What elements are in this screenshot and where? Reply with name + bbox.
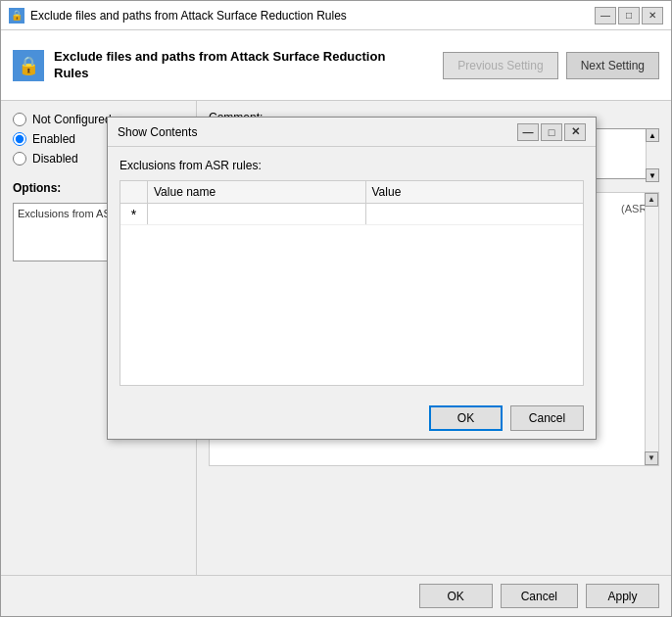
title-bar: 🔒 Exclude files and paths from Attack Su… [1, 1, 671, 30]
td-name[interactable] [148, 204, 366, 224]
apply-button[interactable]: Apply [586, 584, 659, 608]
td-bullet: * [120, 204, 148, 224]
footer: OK Cancel Apply [1, 575, 671, 616]
table-header: Value name Value [120, 181, 583, 204]
th-value: Value [366, 181, 584, 203]
previous-setting-button[interactable]: Previous Setting [443, 52, 557, 79]
not-configured-label: Not Configured [32, 113, 112, 126]
enabled-radio[interactable] [13, 132, 26, 146]
modal-maximize-button[interactable]: □ [541, 123, 562, 141]
th-bullet [120, 181, 148, 203]
maximize-button[interactable]: □ [618, 7, 640, 24]
window-icon: 🔒 [9, 8, 24, 24]
modal-close-button[interactable]: ✕ [564, 123, 586, 141]
header-title: Exclude files and paths from Attack Surf… [54, 49, 401, 82]
minimize-button[interactable]: — [595, 7, 616, 24]
modal-title-bar: Show Contents — □ ✕ [108, 118, 596, 147]
title-bar-controls: — □ ✕ [595, 7, 663, 24]
modal-minimize-button[interactable]: — [517, 123, 539, 141]
main-window: 🔒 Exclude files and paths from Attack Su… [0, 0, 672, 617]
modal-content: Exclusions from ASR rules: Value name Va… [108, 147, 596, 398]
enabled-label: Enabled [32, 132, 75, 146]
td-value[interactable] [366, 204, 584, 224]
ok-button[interactable]: OK [419, 584, 493, 608]
th-value-name: Value name [148, 181, 366, 203]
exclusions-label: Exclusions from ASR [18, 208, 119, 219]
modal-subtitle: Exclusions from ASR rules: [120, 159, 584, 172]
modal-footer: OK Cancel [108, 398, 596, 439]
disabled-label: Disabled [32, 152, 78, 166]
modal-controls: — □ ✕ [517, 123, 586, 141]
window-title: Exclude files and paths from Attack Surf… [30, 9, 589, 23]
not-configured-radio[interactable] [13, 113, 26, 126]
modal-dialog: Show Contents — □ ✕ Exclusions from ASR … [107, 117, 597, 440]
cancel-button[interactable]: Cancel [501, 584, 578, 608]
modal-title: Show Contents [118, 125, 197, 139]
close-button[interactable]: ✕ [642, 7, 663, 24]
header-buttons: Previous Setting Next Setting [443, 52, 659, 79]
header-left: 🔒 Exclude files and paths from Attack Su… [13, 49, 401, 82]
exclusions-table: Value name Value * [120, 180, 584, 386]
disabled-radio[interactable] [13, 152, 26, 166]
modal-ok-button[interactable]: OK [429, 405, 503, 431]
header-bar: 🔒 Exclude files and paths from Attack Su… [1, 30, 671, 101]
modal-cancel-button[interactable]: Cancel [510, 405, 584, 431]
header-icon: 🔒 [13, 50, 44, 81]
next-setting-button[interactable]: Next Setting [566, 52, 659, 79]
table-row: * [120, 204, 583, 225]
